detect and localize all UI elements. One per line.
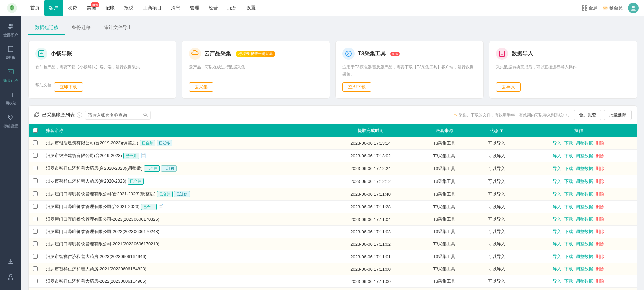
- op-下载[interactable]: 下载: [564, 179, 573, 184]
- row-checkbox[interactable]: [33, 178, 38, 183]
- tab-backup-migration[interactable]: 备份迁移: [65, 21, 97, 35]
- nav-item-accounting[interactable]: 记账: [101, 0, 119, 16]
- row-checkbox[interactable]: [33, 217, 38, 221]
- select-all-checkbox[interactable]: [33, 128, 38, 133]
- nav-item-operation[interactable]: 经营: [204, 0, 223, 16]
- op-下载[interactable]: 下载: [564, 254, 573, 259]
- row-checkbox[interactable]: [33, 254, 38, 259]
- row-checkbox[interactable]: [33, 140, 38, 145]
- vip-btn[interactable]: VIP 畅会员: [603, 5, 623, 11]
- t3-download-btn[interactable]: 立即下载: [342, 82, 371, 92]
- nav-item-industry[interactable]: 工商项目: [138, 0, 166, 16]
- op-导入[interactable]: 导入: [553, 241, 561, 246]
- op-下载[interactable]: 下载: [564, 166, 573, 171]
- nav-item-invoice[interactable]: 票据new: [82, 0, 101, 16]
- op-删除[interactable]: 删除: [596, 153, 604, 158]
- op-删除[interactable]: 删除: [596, 141, 604, 146]
- op-导入[interactable]: 导入: [553, 141, 561, 146]
- op-下载[interactable]: 下载: [564, 217, 573, 222]
- row-checkbox[interactable]: [33, 204, 38, 209]
- op-导入[interactable]: 导入: [553, 192, 561, 197]
- op-调整数据[interactable]: 调整数据: [576, 217, 593, 222]
- nav-item-message[interactable]: 消息: [166, 0, 185, 16]
- op-下载[interactable]: 下载: [564, 153, 573, 158]
- op-下载[interactable]: 下载: [564, 204, 573, 209]
- xiao-chang-help-link[interactable]: 帮助文档: [35, 82, 51, 92]
- op-导入[interactable]: 导入: [553, 254, 561, 259]
- fullscreen-btn[interactable]: 全屏: [582, 5, 597, 11]
- op-删除[interactable]: 删除: [596, 229, 604, 234]
- op-导入[interactable]: 导入: [553, 217, 561, 222]
- op-调整数据[interactable]: 调整数据: [576, 279, 593, 284]
- op-导入[interactable]: 导入: [553, 279, 561, 284]
- search-input[interactable]: [88, 113, 142, 118]
- row-checkbox[interactable]: [33, 229, 38, 234]
- sidebar-item-trash[interactable]: 回收站: [0, 87, 21, 110]
- op-删除[interactable]: 删除: [596, 241, 604, 246]
- list-help-icon[interactable]: ?: [77, 112, 82, 118]
- op-导入[interactable]: 导入: [553, 229, 561, 234]
- tab-audit-export[interactable]: 审计文件导出: [97, 21, 139, 35]
- op-调整数据[interactable]: 调整数据: [576, 141, 593, 146]
- op-调整数据[interactable]: 调整数据: [576, 254, 593, 259]
- nav-item-tax[interactable]: 报税: [119, 0, 138, 16]
- op-调整数据[interactable]: 调整数据: [576, 266, 593, 271]
- row-checkbox[interactable]: [33, 279, 38, 283]
- op-调整数据[interactable]: 调整数据: [576, 241, 593, 246]
- op-调整数据[interactable]: 调整数据: [576, 192, 593, 197]
- sidebar-item-user-profile[interactable]: [7, 269, 14, 285]
- op-导入[interactable]: 导入: [553, 153, 561, 158]
- nav-item-settings[interactable]: 设置: [241, 0, 260, 16]
- sidebar-item-zero-report[interactable]: 0申报: [0, 42, 21, 64]
- sidebar-item-tag-settings[interactable]: 标签设置: [0, 110, 21, 133]
- op-删除[interactable]: 删除: [596, 204, 604, 209]
- refresh-icon[interactable]: [34, 112, 39, 118]
- op-下载[interactable]: 下载: [564, 279, 573, 284]
- row-checkbox[interactable]: [33, 153, 38, 158]
- sidebar-item-all-clients[interactable]: 全部客户: [0, 19, 21, 42]
- nav-item-manage[interactable]: 管理: [185, 0, 204, 16]
- cloud-collect-btn[interactable]: 去采集: [189, 82, 213, 92]
- op-调整数据[interactable]: 调整数据: [576, 153, 593, 158]
- col-status[interactable]: 状态 ▼: [473, 124, 521, 137]
- op-导入[interactable]: 导入: [553, 179, 561, 184]
- op-下载[interactable]: 下载: [564, 266, 573, 271]
- op-下载[interactable]: 下载: [564, 229, 573, 234]
- op-下载[interactable]: 下载: [564, 141, 573, 146]
- op-删除[interactable]: 删除: [596, 179, 604, 184]
- nav-item-billing[interactable]: 收费: [63, 0, 82, 16]
- op-调整数据[interactable]: 调整数据: [576, 179, 593, 184]
- nav-item-service[interactable]: 服务: [223, 0, 241, 16]
- avatar[interactable]: [628, 3, 639, 13]
- op-删除[interactable]: 删除: [596, 192, 604, 197]
- op-导入[interactable]: 导入: [553, 166, 561, 171]
- op-删除[interactable]: 删除: [596, 279, 604, 284]
- batch-delete-btn[interactable]: 批量删除: [604, 110, 632, 120]
- op-删除[interactable]: 删除: [596, 217, 604, 222]
- sidebar-item-download[interactable]: [7, 254, 14, 269]
- row-checkbox[interactable]: [33, 191, 38, 196]
- nav-item-home[interactable]: 首页: [25, 0, 44, 16]
- search-icon[interactable]: [143, 112, 148, 118]
- nav-item-customer[interactable]: 客户: [44, 0, 63, 16]
- sidebar-item-account-migrate[interactable]: 账套迁移: [0, 64, 21, 87]
- op-导入[interactable]: 导入: [553, 266, 561, 271]
- tab-data-migration[interactable]: 数据包迁移: [28, 21, 65, 35]
- xiao-chang-download-btn[interactable]: 立即下载: [54, 82, 83, 92]
- merge-account-btn[interactable]: 合并账套: [574, 110, 601, 120]
- import-go-btn[interactable]: 去导入: [496, 82, 521, 92]
- row-checkbox[interactable]: [33, 241, 38, 246]
- op-删除[interactable]: 删除: [596, 266, 604, 271]
- row-checkbox[interactable]: [33, 266, 38, 271]
- op-调整数据[interactable]: 调整数据: [576, 204, 593, 209]
- op-调整数据[interactable]: 调整数据: [576, 166, 593, 171]
- op-下载[interactable]: 下载: [564, 192, 573, 197]
- logo[interactable]: [5, 1, 19, 15]
- table-row: 汨罗屋门口哔叽餐饮管理有限公司-2023(20230606170325)2023…: [29, 213, 637, 226]
- row-checkbox[interactable]: [33, 166, 38, 170]
- op-下载[interactable]: 下载: [564, 241, 573, 246]
- op-删除[interactable]: 删除: [596, 254, 604, 259]
- op-删除[interactable]: 删除: [596, 166, 604, 171]
- op-调整数据[interactable]: 调整数据: [576, 229, 593, 234]
- op-导入[interactable]: 导入: [553, 204, 561, 209]
